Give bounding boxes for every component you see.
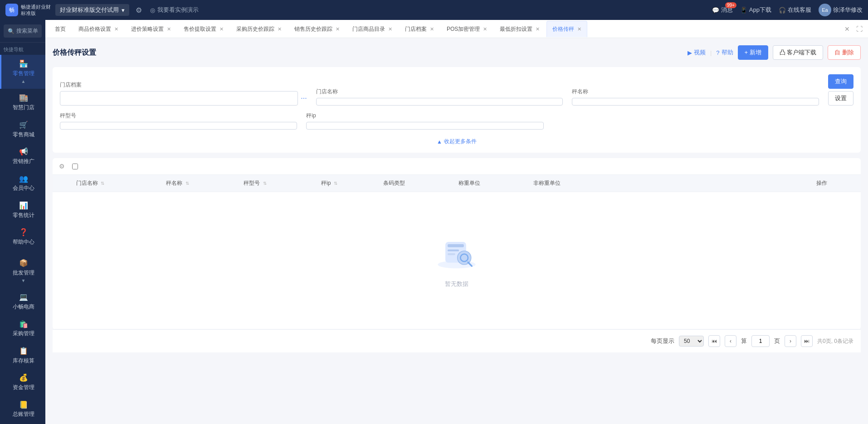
collapse-more-btn[interactable]: ▲ 收起更多条件 [60, 136, 853, 145]
prev-page-btn[interactable]: ‹ [725, 335, 736, 347]
sidebar-item-general-ledger[interactable]: 📒 总账管理 [0, 396, 45, 423]
sort-icon: ⇅ [185, 181, 189, 186]
tab-close-icon[interactable]: ✕ [114, 26, 118, 32]
scale-ip-input[interactable] [306, 122, 543, 130]
client-download-btn[interactable]: 凸 客户端下载 [773, 45, 824, 60]
first-page-btn[interactable]: ⏮ [708, 335, 720, 347]
sidebar-nav-label: 快捷导航 [0, 43, 45, 55]
tab-label: 商品价格设置 [78, 25, 111, 33]
scale-model-input[interactable] [60, 122, 297, 130]
sidebar-item-help[interactable]: ❓ 帮助中心 [0, 223, 45, 250]
scale-name-input[interactable] [572, 98, 819, 106]
tab-close-icon[interactable]: ✕ [388, 26, 392, 32]
finance-icon: 💰 [19, 373, 28, 383]
filter-row-1: 门店档案 ··· 门店名称 秤名称 [60, 74, 853, 106]
th-barcode-type: 条码类型 [378, 175, 453, 192]
tab-sales-history[interactable]: 销售历史价跟踪 ✕ [288, 21, 346, 37]
sidebar: 🔍 搜索菜单 快捷导航 🏪 零售管理 ▲ 🏬 智慧门店 🛒 零售商城 📢 营销推… [0, 20, 45, 424]
sidebar-item-inventory[interactable]: 📋 库存核算 [0, 342, 45, 369]
app-download-icon: 📱 [740, 7, 747, 14]
tab-close-icon[interactable]: ✕ [536, 26, 540, 32]
settings-btn[interactable]: 设置 [828, 91, 853, 106]
page-size-label: 每页显示 [651, 337, 674, 345]
version-dropdown[interactable]: 好业财标准版交付试用 ▾ [55, 4, 129, 16]
help-icon: ❓ [19, 228, 28, 237]
tab-store-catalog[interactable]: 门店商品目录 ✕ [346, 21, 398, 37]
dropdown-arrow-icon: ▾ [122, 7, 125, 14]
avatar: Ea [819, 4, 831, 16]
table-toolbar: ⚙ [53, 158, 861, 175]
tab-close-icon[interactable]: ✕ [336, 26, 340, 32]
sidebar-item-label: 总账管理 [13, 411, 34, 418]
store-name-input[interactable] [316, 98, 563, 106]
tab-close-icon[interactable]: ✕ [483, 26, 487, 32]
sidebar-item-label: 零售商城 [13, 131, 34, 139]
app-download-btn[interactable]: 📱 App下载 [740, 6, 771, 14]
fullscreen-tab-btn[interactable]: ⛶ [854, 24, 864, 34]
tab-goods-price[interactable]: 商品价格设置 ✕ [73, 21, 124, 37]
app-container: 畅 畅捷通好业财 标准版 好业财标准版交付试用 ▾ ⚙ ◎ 我要看实例演示 💬 … [0, 0, 868, 424]
svg-rect-2 [448, 244, 464, 247]
retail-stats-icon: 📊 [19, 201, 28, 211]
tab-home[interactable]: 首页 [49, 21, 72, 37]
sidebar-item-small-ecom[interactable]: 💻 小畅电商 [0, 288, 45, 315]
pagination: 每页显示 10 20 50 100 ⏮ ‹ 算 页 › ⏭ 共0页, 0条记录 [53, 329, 861, 352]
page-number-input[interactable] [751, 335, 770, 347]
th-weight-unit: 称重单位 [453, 175, 528, 192]
store-profile-input[interactable] [60, 91, 298, 106]
sidebar-item-retail[interactable]: 🏪 零售管理 ▲ [0, 55, 45, 89]
tab-purchase-history[interactable]: 采购历史价跟踪 ✕ [230, 21, 288, 37]
app-logo: 畅 畅捷通好业财 标准版 [5, 4, 51, 17]
user-menu[interactable]: Ea 徐泽华修改 [819, 4, 863, 16]
tab-purchase-strategy[interactable]: 进价策略设置 ✕ [125, 21, 177, 37]
table-gear-icon[interactable]: ⚙ [59, 163, 65, 170]
store-profile-ellipsis-btn[interactable]: ··· [301, 94, 307, 102]
add-btn[interactable]: + 新增 [738, 45, 768, 60]
last-page-btn[interactable]: ⏭ [801, 335, 813, 347]
filter-row-2: 秤型号 秤ip [60, 112, 853, 130]
tab-close-icon[interactable]: ✕ [219, 26, 224, 32]
sidebar-item-retail-mall[interactable]: 🛒 零售商城 [0, 116, 45, 143]
help-link[interactable]: ? 帮助 [716, 48, 733, 57]
select-all-checkbox[interactable] [72, 164, 78, 169]
content-area: 首页 商品价格设置 ✕ 进价策略设置 ✕ 售价提取设置 ✕ 采购历史价跟踪 ✕ [45, 20, 868, 424]
tab-close-icon[interactable]: ✕ [167, 26, 171, 32]
sidebar-item-smart-store[interactable]: 🏬 智慧门店 [0, 89, 45, 116]
query-btn[interactable]: 查询 [828, 74, 853, 89]
divider: | [710, 49, 712, 56]
next-page-btn[interactable]: › [785, 335, 796, 347]
empty-cell: 暂无数据 [53, 192, 861, 329]
sidebar-item-retail-stats[interactable]: 📊 零售统计 [0, 197, 45, 223]
member-icon: 👥 [19, 174, 28, 184]
tab-close-icon[interactable]: ✕ [430, 26, 434, 32]
close-tab-btn[interactable]: ✕ [843, 24, 852, 34]
tab-pos-management[interactable]: POS加密管理 ✕ [441, 21, 493, 37]
sidebar-item-member[interactable]: 👥 会员中心 [0, 170, 45, 197]
demo-link[interactable]: ◎ 我要看实例演示 [150, 6, 199, 14]
config-icon[interactable]: ⚙ [136, 6, 142, 14]
page-size-select[interactable]: 10 20 50 100 [679, 336, 704, 347]
tab-label: 价格传秤 [552, 25, 574, 33]
online-service-btn[interactable]: 🎧 在线客服 [779, 6, 811, 14]
message-btn[interactable]: 💬 消息 99+ [712, 6, 733, 14]
delete-btn[interactable]: 自 删除 [828, 45, 861, 60]
tab-close-icon[interactable]: ✕ [278, 26, 282, 32]
search-menu-btn[interactable]: 🔍 搜索菜单 [4, 24, 42, 38]
tab-store-profile[interactable]: 门店档案 ✕ [399, 21, 440, 37]
tab-label: 最低折扣设置 [500, 25, 532, 33]
page-header: 价格传秤设置 ▶ 视频 | ? 帮助 + 新增 凸 客户端下载 自 [53, 45, 861, 60]
sidebar-item-finance[interactable]: 💰 资金管理 [0, 369, 45, 395]
video-link[interactable]: ▶ 视频 [688, 48, 706, 57]
tab-price-scale[interactable]: 价格传秤 ✕ [546, 21, 587, 37]
tab-sale-price[interactable]: 售价提取设置 ✕ [178, 21, 229, 37]
tab-label: 售价提取设置 [184, 25, 216, 33]
tab-close-icon[interactable]: ✕ [577, 26, 581, 32]
retail-mall-icon: 🛒 [19, 120, 28, 130]
sidebar-item-marketing[interactable]: 📢 营销推广 [0, 143, 45, 169]
tab-min-discount[interactable]: 最低折扣设置 ✕ [494, 21, 546, 37]
tab-label: 门店档案 [405, 25, 427, 33]
sidebar-item-label: 零售统计 [13, 212, 34, 219]
sidebar-item-purchase[interactable]: 🛍️ 采购管理 [0, 315, 45, 342]
sidebar-item-wholesale[interactable]: 📦 批发管理 ▼ [0, 254, 45, 288]
sidebar-item-label: 智慧门店 [13, 104, 34, 111]
